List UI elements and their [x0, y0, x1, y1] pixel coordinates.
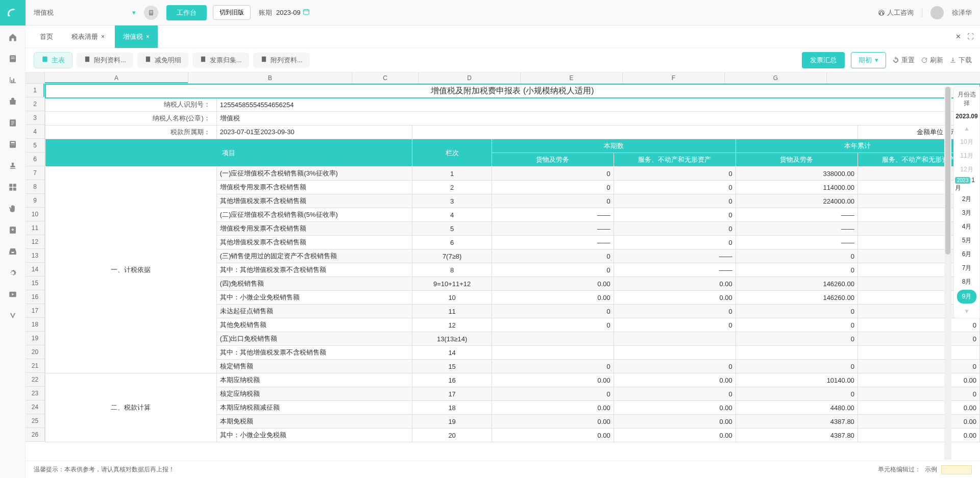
item-cell[interactable]: 其中：小微企业免税额: [216, 429, 412, 442]
subtab-attachment-1[interactable]: 附列资料...: [77, 53, 133, 68]
row-num[interactable]: 13: [26, 249, 45, 263]
item-cell[interactable]: 其中：其他增值税发票不含税销售额: [216, 263, 412, 277]
value-cell[interactable]: 0: [614, 222, 736, 236]
row-num[interactable]: 11: [26, 221, 45, 235]
row-num[interactable]: 4: [26, 125, 45, 139]
month-up-icon[interactable]: ▲: [954, 122, 979, 135]
value-cell[interactable]: 0.00: [857, 415, 979, 429]
value-cell[interactable]: 0.00: [492, 373, 614, 387]
inbox-icon[interactable]: [7, 246, 18, 257]
col-cell[interactable]: 14: [412, 346, 492, 360]
invoice-summary-button[interactable]: 发票汇总: [802, 52, 845, 68]
value-cell[interactable]: [492, 332, 614, 346]
row-num[interactable]: 25: [26, 414, 45, 428]
col-cell[interactable]: 10: [412, 291, 492, 305]
sheet-title[interactable]: 增值税及附加税费申报表 (小规模纳税人适用): [45, 84, 980, 98]
subtab-invoice[interactable]: 发票归集...: [192, 53, 249, 68]
value-cell[interactable]: 0: [492, 305, 614, 318]
row-num[interactable]: 26: [26, 428, 45, 442]
export-icon[interactable]: [7, 224, 18, 236]
col-header-a[interactable]: A: [45, 72, 188, 83]
period-value[interactable]: 2023-07-01至2023-09-30: [216, 125, 412, 139]
col-cell[interactable]: 1: [412, 167, 492, 181]
value-cell[interactable]: 0: [614, 167, 736, 181]
value-cell[interactable]: 0: [614, 236, 736, 249]
row-num[interactable]: 21: [26, 359, 45, 373]
value-cell[interactable]: 0: [614, 208, 736, 222]
vertical-scrollbar[interactable]: [944, 87, 951, 442]
month-item[interactable]: 12月: [954, 163, 979, 177]
col-header-c[interactable]: C: [352, 72, 419, 83]
section-label[interactable]: 一、计税依据: [45, 167, 217, 373]
item-cell[interactable]: (三)销售使用过的固定资产不含税销售额: [216, 249, 412, 263]
download-button[interactable]: 下载: [949, 56, 972, 65]
workbench-button[interactable]: 工作台: [166, 5, 207, 20]
row-num[interactable]: 20: [26, 345, 45, 359]
section-label[interactable]: 二、税款计算: [45, 373, 217, 442]
row-num[interactable]: 5: [26, 139, 45, 153]
home-icon[interactable]: [7, 32, 18, 43]
value-cell[interactable]: ——: [492, 236, 614, 249]
col-cell[interactable]: 7(7≥8): [412, 249, 492, 263]
value-cell[interactable]: 0: [492, 360, 614, 373]
value-cell[interactable]: [492, 346, 614, 360]
value-cell[interactable]: 0.00: [614, 373, 736, 387]
app-logo[interactable]: [0, 0, 26, 26]
value-cell[interactable]: 0: [736, 305, 857, 318]
value-cell[interactable]: 4387.80: [736, 415, 857, 429]
value-cell[interactable]: 0: [857, 360, 979, 373]
subtab-main[interactable]: 主表: [34, 52, 72, 68]
value-cell[interactable]: [736, 346, 857, 360]
col-cell[interactable]: 3: [412, 194, 492, 208]
row-num[interactable]: 3: [26, 111, 45, 125]
row-num[interactable]: 23: [26, 387, 45, 400]
value-cell[interactable]: 0.00: [857, 373, 979, 387]
month-item[interactable]: 2月: [954, 192, 979, 206]
value-cell[interactable]: 4480.00: [736, 401, 857, 415]
value-cell[interactable]: ——: [736, 222, 857, 236]
month-item[interactable]: 10月: [954, 135, 979, 149]
period-label[interactable]: 税款所属期：: [45, 125, 217, 139]
tab-tax-list[interactable]: 税表清册×: [63, 26, 113, 48]
value-cell[interactable]: 0.00: [857, 429, 979, 442]
doc-icon-button[interactable]: [144, 6, 158, 20]
stamp-icon[interactable]: [7, 160, 18, 171]
value-cell[interactable]: [614, 332, 736, 346]
item-cell[interactable]: 本期应纳税额: [216, 373, 412, 387]
value-cell[interactable]: 0: [857, 387, 979, 401]
value-cell[interactable]: 0: [736, 360, 857, 373]
calc-icon[interactable]: [7, 139, 18, 150]
value-cell[interactable]: 0: [736, 387, 857, 401]
col-cell[interactable]: 5: [412, 222, 492, 236]
calendar-icon[interactable]: [303, 8, 310, 17]
row-num[interactable]: 12: [26, 235, 45, 249]
row-num[interactable]: 17: [26, 304, 45, 318]
row-num[interactable]: 7: [26, 166, 45, 180]
value-cell[interactable]: 0: [614, 305, 736, 318]
item-cell[interactable]: 本期应纳税额减征额: [216, 401, 412, 415]
row-num[interactable]: 6: [26, 153, 45, 166]
refresh-button[interactable]: 刷新: [921, 56, 943, 65]
chart-icon[interactable]: [7, 74, 18, 86]
col-cell[interactable]: 20: [412, 429, 492, 442]
report-icon[interactable]: [7, 117, 18, 129]
month-down-icon[interactable]: ▼: [954, 305, 979, 318]
value-cell[interactable]: 4387.80: [736, 429, 857, 442]
col-cell[interactable]: 6: [412, 236, 492, 249]
row-num[interactable]: 18: [26, 318, 45, 332]
value-cell[interactable]: 0.00: [492, 277, 614, 291]
value-cell[interactable]: 0: [614, 194, 736, 208]
close-icon[interactable]: ×: [146, 33, 150, 40]
col-cell[interactable]: 2: [412, 181, 492, 194]
col-header-e[interactable]: E: [521, 72, 623, 83]
video-icon[interactable]: [7, 289, 18, 300]
value-cell[interactable]: 0: [736, 249, 857, 263]
item-cell[interactable]: 未达起征点销售额: [216, 305, 412, 318]
value-cell[interactable]: 146260.00: [736, 291, 857, 305]
value-cell[interactable]: ——: [614, 249, 736, 263]
month-item[interactable]: 8月: [954, 275, 979, 289]
value-cell[interactable]: 0.00: [614, 277, 736, 291]
item-cell[interactable]: 其他增值税发票不含税销售额: [216, 236, 412, 249]
col-cell[interactable]: 19: [412, 415, 492, 429]
month-item[interactable]: 3月: [954, 206, 979, 220]
